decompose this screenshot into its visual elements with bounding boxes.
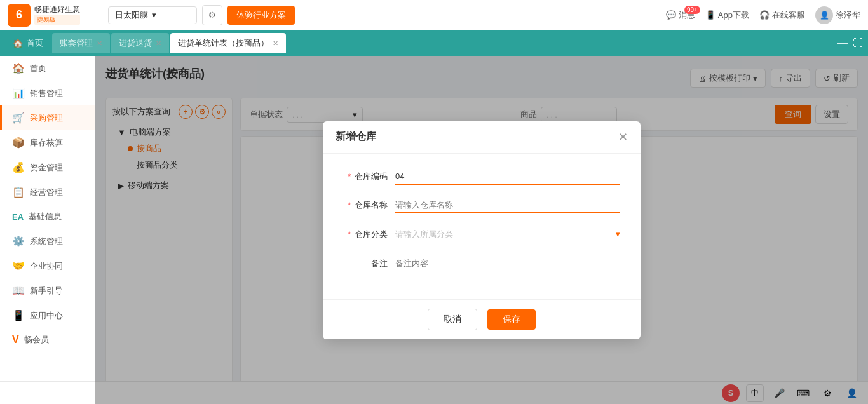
- sidebar-item-enterprise[interactable]: 🤝 企业协同: [0, 253, 95, 278]
- remark-row: 备注: [343, 256, 620, 271]
- warehouse-code-label: * 仓库编码: [343, 171, 388, 182]
- tab-bar-controls: — ⛶: [837, 37, 863, 49]
- inventory-icon: 📦: [12, 137, 25, 149]
- home-icon: 🏠: [13, 39, 23, 48]
- logo-text-area: 畅捷通好生意 捷易版: [34, 5, 80, 25]
- app-download-button[interactable]: 📱 App下载: [705, 10, 749, 21]
- tab-account-management[interactable]: 账套管理 ✕: [52, 33, 110, 53]
- category-chevron-icon: ▾: [616, 229, 620, 239]
- home-sidebar-icon: 🏠: [12, 62, 25, 74]
- warehouse-category-select[interactable]: 请输入所属分类 ▾: [395, 226, 620, 243]
- tab-bar: 🏠 首页 账套管理 ✕ 进货退货 ✕ 进货单统计表（按商品） ✕ — ⛶: [0, 30, 868, 56]
- top-header: 6 畅捷通好生意 捷易版 日太阳膜 ▾ ⚙ 体验行业方案 💬 消息 99+ 📱 …: [0, 0, 868, 30]
- content-area: 进货单统计(按商品) 🖨 按模板打印 ▾ ↑ 导出 ↺ 刷新: [95, 56, 868, 404]
- sidebar-item-vip[interactable]: V 畅会员: [0, 328, 95, 352]
- apps-icon: 📱: [12, 309, 25, 321]
- tab-expand-icon[interactable]: ⛶: [853, 37, 863, 49]
- chevron-down-icon: ▾: [152, 10, 156, 20]
- sidebar-item-finance[interactable]: 💰 资金管理: [0, 155, 95, 180]
- sidebar-system-label: 系统管理: [30, 236, 63, 247]
- modal-header: 新增仓库 ✕: [323, 121, 641, 154]
- sidebar: 🏠 首页 📊 销售管理 🛒 采购管理 📦 库存核算 💰 资金管理 📋 经营管理 …: [0, 56, 95, 404]
- sidebar-item-operations[interactable]: 📋 经营管理: [0, 180, 95, 205]
- sidebar-item-apps[interactable]: 📱 应用中心: [0, 303, 95, 328]
- tab-minimize-icon[interactable]: —: [837, 37, 848, 49]
- sidebar-item-inventory[interactable]: 📦 库存核算: [0, 130, 95, 155]
- app-logo-icon: 6: [8, 4, 31, 27]
- warehouse-name-input[interactable]: [395, 198, 620, 213]
- logo-area: 6 畅捷通好生意 捷易版: [8, 4, 103, 27]
- purchase-icon: 🛒: [12, 112, 25, 124]
- user-area[interactable]: 👤 徐泽华: [815, 6, 860, 24]
- gear-icon: ⚙: [208, 10, 216, 20]
- trial-button[interactable]: 体验行业方案: [227, 6, 295, 25]
- logo-sub: 捷易版: [34, 15, 80, 25]
- system-icon: ⚙️: [12, 235, 25, 247]
- main-layout: 🏠 首页 📊 销售管理 🛒 采购管理 📦 库存核算 💰 资金管理 📋 经营管理 …: [0, 56, 868, 404]
- mobile-icon: 📱: [705, 10, 715, 20]
- remark-label: 备注: [343, 258, 388, 269]
- tab-purchase-stat-label: 进货单统计表（按商品）: [178, 37, 269, 49]
- sidebar-item-guide[interactable]: 📖 新手引导: [0, 278, 95, 303]
- sidebar-sales-label: 销售管理: [30, 88, 63, 99]
- modal-close-button[interactable]: ✕: [618, 130, 628, 144]
- online-service-button[interactable]: 🎧 在线客服: [759, 10, 805, 21]
- tab-purchase-stat[interactable]: 进货单统计表（按商品） ✕: [170, 33, 286, 53]
- warehouse-category-label: * 仓库分类: [343, 229, 388, 240]
- sidebar-finance-label: 资金管理: [30, 162, 63, 173]
- save-button[interactable]: 保存: [487, 309, 536, 330]
- modal-title: 新增仓库: [336, 130, 376, 144]
- enterprise-icon: 🤝: [12, 260, 25, 272]
- modal-overlay: 新增仓库 ✕ * 仓库编码 *: [95, 56, 868, 404]
- sidebar-apps-label: 应用中心: [30, 310, 63, 321]
- warehouse-name-label: * 仓库名称: [343, 199, 388, 211]
- headset-icon: 🎧: [759, 10, 770, 20]
- sidebar-item-purchase[interactable]: 🛒 采购管理: [0, 105, 95, 130]
- app-download-label: App下载: [718, 10, 749, 21]
- tab-home[interactable]: 🏠 首页: [5, 33, 51, 53]
- tab-home-label: 首页: [27, 37, 43, 49]
- tab-purchase-return[interactable]: 进货退货 ✕: [111, 33, 169, 53]
- user-name: 徐泽华: [836, 10, 860, 21]
- sidebar-vip-label: 畅会员: [24, 334, 49, 346]
- tab-purchase-stat-close[interactable]: ✕: [273, 39, 278, 48]
- sidebar-item-home[interactable]: 🏠 首页: [0, 56, 95, 81]
- user-avatar: 👤: [815, 6, 833, 24]
- store-selector[interactable]: 日太阳膜 ▾: [108, 6, 197, 24]
- tab-purchase-return-close[interactable]: ✕: [156, 39, 161, 48]
- message-button[interactable]: 💬 消息 99+: [666, 10, 695, 21]
- tab-purchase-return-label: 进货退货: [119, 37, 152, 49]
- finance-icon: 💰: [12, 161, 25, 173]
- add-warehouse-modal: 新增仓库 ✕ * 仓库编码 *: [323, 121, 641, 339]
- logo-text: 畅捷通好生意: [34, 5, 80, 15]
- modal-body: * 仓库编码 * 仓库名称: [323, 154, 641, 299]
- sidebar-item-system[interactable]: ⚙️ 系统管理: [0, 229, 95, 253]
- operations-icon: 📋: [12, 186, 25, 198]
- sidebar-enterprise-label: 企业协同: [30, 260, 63, 272]
- required-star-2: *: [348, 200, 351, 210]
- message-icon: 💬: [666, 10, 676, 20]
- vip-icon: V: [12, 334, 19, 346]
- settings-button[interactable]: ⚙: [202, 5, 222, 25]
- header-right: 💬 消息 99+ 📱 App下载 🎧 在线客服 👤 徐泽华: [666, 6, 860, 24]
- warehouse-code-input[interactable]: [395, 169, 620, 185]
- online-service-label: 在线客服: [772, 10, 805, 21]
- sidebar-purchase-label: 采购管理: [30, 112, 63, 124]
- message-badge: 99+: [684, 6, 700, 14]
- warehouse-code-row: * 仓库编码: [343, 169, 620, 185]
- basic-info-icon: EA: [12, 212, 24, 222]
- warehouse-category-placeholder: 请输入所属分类: [395, 229, 453, 240]
- tab-account-close[interactable]: ✕: [97, 39, 102, 48]
- sidebar-item-basic-info[interactable]: EA 基础信息: [0, 205, 95, 229]
- store-name: 日太阳膜: [115, 10, 148, 21]
- sales-icon: 📊: [12, 87, 25, 99]
- sidebar-home-label: 首页: [30, 63, 46, 74]
- required-star-1: *: [348, 172, 351, 181]
- cancel-button[interactable]: 取消: [428, 309, 477, 330]
- sidebar-inventory-label: 库存核算: [30, 137, 63, 149]
- warehouse-category-row: * 仓库分类 请输入所属分类 ▾: [343, 226, 620, 243]
- tab-account-label: 账套管理: [60, 37, 93, 49]
- sidebar-item-sales[interactable]: 📊 销售管理: [0, 81, 95, 105]
- remark-input[interactable]: [395, 256, 620, 271]
- warehouse-name-row: * 仓库名称: [343, 198, 620, 213]
